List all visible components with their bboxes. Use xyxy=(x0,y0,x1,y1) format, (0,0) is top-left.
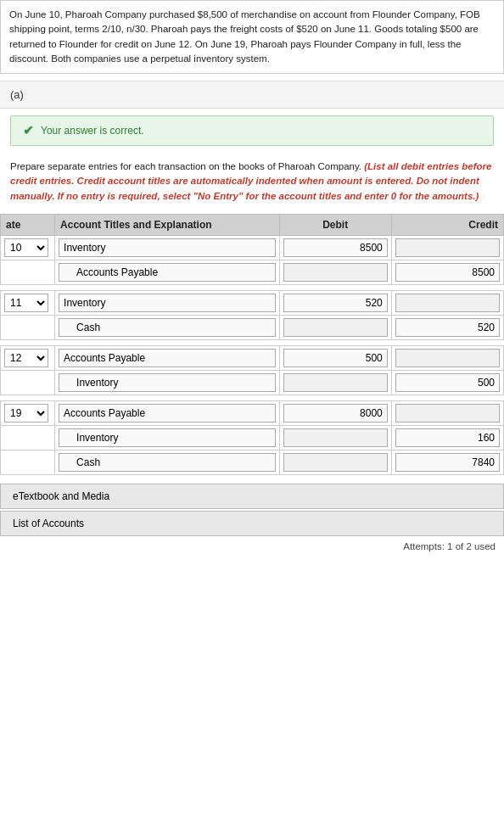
credit-cell[interactable] xyxy=(391,235,503,260)
header-date: ate xyxy=(1,214,55,235)
scenario-text: On June 10, Pharoah Company purchased $8… xyxy=(0,0,504,74)
success-message: Your answer is correct. xyxy=(41,125,144,137)
credit-cell[interactable] xyxy=(391,315,503,339)
debit-cell[interactable] xyxy=(279,345,391,370)
account-input-inventory-4[interactable] xyxy=(59,428,275,447)
debit-input-empty-1[interactable] xyxy=(283,263,388,282)
spacer xyxy=(1,339,504,345)
spacer xyxy=(1,395,504,400)
credit-input-7840[interactable] xyxy=(395,453,500,472)
credit-cell[interactable] xyxy=(391,370,503,395)
date-cell[interactable]: 11 xyxy=(1,290,55,315)
credit-cell[interactable] xyxy=(391,425,503,450)
table-row xyxy=(1,370,504,395)
table-row xyxy=(1,260,504,284)
attempts-text: Attempts: 1 of 2 used xyxy=(0,536,504,557)
debit-input-empty-3[interactable] xyxy=(283,373,388,392)
debit-input-500[interactable] xyxy=(283,349,388,367)
date-select-12[interactable]: 12 xyxy=(4,349,48,367)
debit-input-empty-2[interactable] xyxy=(283,318,388,337)
credit-input-empty-3[interactable] xyxy=(395,349,500,367)
table-row: 11 xyxy=(1,290,504,315)
table-row xyxy=(1,425,504,450)
date-select-19[interactable]: 19 xyxy=(4,404,48,422)
account-input-inventory-3[interactable] xyxy=(59,373,275,392)
debit-cell[interactable] xyxy=(279,260,391,284)
account-input-inventory-1[interactable] xyxy=(59,238,275,257)
header-credit: Credit xyxy=(391,214,503,235)
debit-input-empty-4[interactable] xyxy=(283,428,388,447)
success-banner: ✔ Your answer is correct. xyxy=(10,115,494,146)
account-input-ap-1[interactable] xyxy=(59,263,275,282)
debit-cell[interactable] xyxy=(279,235,391,260)
credit-cell[interactable] xyxy=(391,260,503,284)
check-icon: ✔ xyxy=(23,123,34,138)
table-row: 12 xyxy=(1,345,504,370)
credit-input-empty-1[interactable] xyxy=(395,238,500,257)
part-label: (a) xyxy=(0,81,504,109)
date-cell-empty xyxy=(1,450,55,474)
date-cell[interactable]: 10 xyxy=(1,235,55,260)
account-input-cash-2[interactable] xyxy=(59,453,275,472)
credit-cell[interactable] xyxy=(391,290,503,315)
debit-cell[interactable] xyxy=(279,290,391,315)
debit-cell[interactable] xyxy=(279,400,391,425)
debit-cell[interactable] xyxy=(279,315,391,339)
debit-cell[interactable] xyxy=(279,425,391,450)
journal-table: ate Account Titles and Explanation Debit… xyxy=(0,214,504,475)
account-input-inventory-2[interactable] xyxy=(59,294,275,312)
table-row xyxy=(1,315,504,339)
account-cell[interactable] xyxy=(55,290,279,315)
account-cell-indented[interactable] xyxy=(55,450,279,474)
account-cell-indented[interactable] xyxy=(55,370,279,395)
date-cell-empty xyxy=(1,425,55,450)
credit-cell[interactable] xyxy=(391,400,503,425)
date-select-11[interactable]: 11 xyxy=(4,294,48,312)
date-cell-empty xyxy=(1,260,55,284)
credit-input-empty-4[interactable] xyxy=(395,404,500,422)
debit-input-empty-5[interactable] xyxy=(283,453,388,472)
credit-input-8500[interactable] xyxy=(395,263,500,282)
debit-input-520[interactable] xyxy=(283,294,388,312)
account-cell[interactable] xyxy=(55,345,279,370)
table-row: 19 xyxy=(1,400,504,425)
account-input-ap-3[interactable] xyxy=(59,404,275,422)
account-input-cash-1[interactable] xyxy=(59,318,275,337)
credit-cell[interactable] xyxy=(391,450,503,474)
debit-input-8500[interactable] xyxy=(283,238,388,257)
credit-input-empty-2[interactable] xyxy=(395,294,500,312)
date-select-10[interactable]: 10 xyxy=(4,238,48,257)
etextbook-button[interactable]: eTextbook and Media xyxy=(0,484,504,509)
instructions-text1: Prepare separate entries for each transa… xyxy=(10,161,361,171)
date-cell[interactable]: 19 xyxy=(1,400,55,425)
account-cell-indented[interactable] xyxy=(55,315,279,339)
debit-cell[interactable] xyxy=(279,370,391,395)
account-cell[interactable] xyxy=(55,400,279,425)
account-input-ap-2[interactable] xyxy=(59,349,275,367)
bottom-buttons: eTextbook and Media List of Accounts xyxy=(0,484,504,536)
table-row xyxy=(1,450,504,474)
debit-cell[interactable] xyxy=(279,450,391,474)
spacer xyxy=(1,284,504,290)
list-accounts-button[interactable]: List of Accounts xyxy=(0,511,504,536)
credit-input-160[interactable] xyxy=(395,428,500,447)
debit-input-8000[interactable] xyxy=(283,404,388,422)
credit-input-520[interactable] xyxy=(395,318,500,337)
account-cell-indented[interactable] xyxy=(55,425,279,450)
date-cell[interactable]: 12 xyxy=(1,345,55,370)
account-cell[interactable] xyxy=(55,235,279,260)
date-cell-empty xyxy=(1,315,55,339)
credit-input-500[interactable] xyxy=(395,373,500,392)
header-account: Account Titles and Explanation xyxy=(55,214,279,235)
account-cell-indented[interactable] xyxy=(55,260,279,284)
header-debit: Debit xyxy=(279,214,391,235)
table-row: 10 xyxy=(1,235,504,260)
date-cell-empty xyxy=(1,370,55,395)
credit-cell[interactable] xyxy=(391,345,503,370)
instructions: Prepare separate entries for each transa… xyxy=(0,153,504,210)
